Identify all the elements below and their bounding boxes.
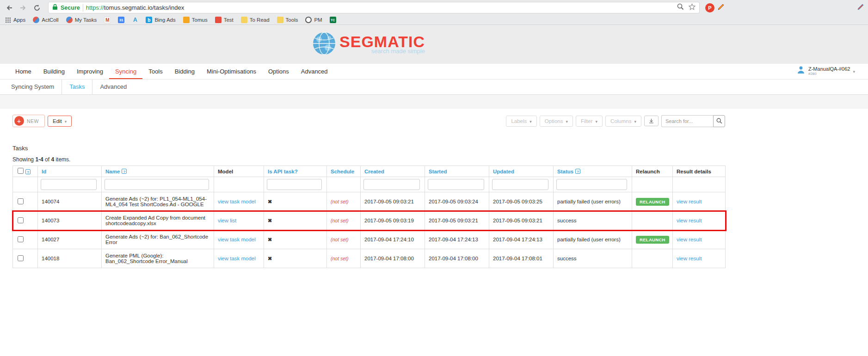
filter-updated-input[interactable] bbox=[492, 179, 548, 190]
user-avatar bbox=[796, 65, 806, 76]
tab-advanced[interactable]: Advanced bbox=[92, 80, 134, 94]
bookmark-gmail[interactable]: M bbox=[104, 17, 111, 23]
row-checkbox[interactable] bbox=[18, 255, 24, 261]
row-checkbox[interactable] bbox=[18, 217, 24, 223]
zoom-icon[interactable] bbox=[677, 3, 684, 12]
view-task-model-link[interactable]: view task model bbox=[218, 256, 256, 261]
new-button[interactable]: + NEW bbox=[12, 115, 45, 127]
bookmark-tools[interactable]: Tools bbox=[277, 17, 298, 23]
bookmark-label: ActColl bbox=[42, 17, 58, 23]
logo: SEGMATIC search made simple bbox=[12, 25, 725, 64]
view-result-link[interactable]: view result bbox=[677, 237, 702, 242]
a-icon: A bbox=[132, 17, 138, 23]
sort-started[interactable]: Started bbox=[429, 169, 447, 174]
filter-created-input[interactable] bbox=[363, 179, 420, 190]
filter-started-input[interactable] bbox=[428, 179, 484, 190]
sort-is-api-task[interactable]: Is API task? bbox=[268, 169, 298, 174]
page-url: https://tomus.segmatic.io/tasks/index bbox=[86, 4, 184, 11]
bookmark-tc[interactable]: TC bbox=[330, 17, 336, 23]
bookmark-actcoll[interactable]: ActColl bbox=[33, 17, 58, 23]
browser-menu-pen-icon[interactable] bbox=[857, 3, 864, 12]
extension-p-icon[interactable]: P bbox=[705, 3, 714, 12]
nav-item-advanced[interactable]: Advanced bbox=[295, 64, 334, 79]
nav-item-syncing[interactable]: Syncing bbox=[109, 64, 142, 79]
bookmark-apps[interactable]: Apps bbox=[5, 17, 25, 23]
cell-updated: 2017-09-04 17:08:01 bbox=[489, 249, 554, 268]
view-task-model-link[interactable]: view task model bbox=[218, 237, 256, 242]
bookmark-pm[interactable]: PM bbox=[305, 17, 322, 23]
help-icon[interactable] bbox=[122, 169, 127, 174]
row-checkbox[interactable] bbox=[18, 236, 24, 242]
extension-pen-icon[interactable] bbox=[717, 3, 725, 12]
edit-button[interactable]: Edit bbox=[48, 116, 72, 127]
bookmark-test[interactable]: Test bbox=[215, 17, 234, 23]
nav-item-tools[interactable]: Tools bbox=[142, 64, 168, 79]
filter-id-input[interactable] bbox=[41, 179, 97, 190]
help-icon[interactable] bbox=[25, 169, 31, 174]
relaunch-button[interactable]: RELAUNCH bbox=[636, 236, 669, 244]
bookmark-star-icon[interactable] bbox=[689, 3, 696, 12]
chevron-down-icon bbox=[634, 118, 636, 124]
spacer-band bbox=[0, 95, 868, 109]
bookmark-tomus[interactable]: Tomus bbox=[183, 17, 208, 23]
bookmark-to-read[interactable]: To Read bbox=[241, 17, 270, 23]
user-menu[interactable]: Z-ManualQA-#062 #280 bbox=[796, 65, 855, 76]
download-icon bbox=[648, 118, 654, 124]
download-button[interactable] bbox=[644, 116, 659, 126]
bookmark-calendar[interactable]: 31 bbox=[118, 17, 124, 23]
cell-is-api-task: ✖ bbox=[264, 249, 327, 268]
relaunch-button[interactable]: RELAUNCH bbox=[636, 198, 669, 206]
filter-name-input[interactable] bbox=[105, 179, 209, 190]
user-name: Z-ManualQA-#062 bbox=[808, 66, 850, 72]
grid-toolbar: + NEW Edit Labels Options Filte bbox=[12, 115, 725, 127]
nav-item-options[interactable]: Options bbox=[262, 64, 295, 79]
cell-started: 2017-09-04 17:08:00 bbox=[425, 249, 489, 268]
sort-status[interactable]: Status bbox=[557, 169, 573, 174]
sub-nav: Syncing System Tasks Advanced bbox=[0, 80, 868, 95]
search-button[interactable] bbox=[713, 115, 725, 127]
cell-name: Generate Ads (~2) for: Ban_062_Shortcode… bbox=[102, 230, 214, 249]
select-all-checkbox[interactable] bbox=[18, 168, 24, 174]
paw-icon bbox=[33, 17, 39, 23]
view-task-model-link[interactable]: view task model bbox=[218, 199, 256, 204]
nav-item-mini-optimisations[interactable]: Mini-Optimisations bbox=[201, 64, 262, 79]
reload-icon[interactable] bbox=[31, 2, 43, 13]
view-list-link[interactable]: view list bbox=[218, 218, 236, 223]
bookmark-bing-ads[interactable]: b Bing Ads bbox=[146, 17, 175, 23]
search-input[interactable] bbox=[661, 115, 713, 127]
help-icon[interactable] bbox=[575, 169, 580, 174]
nav-item-bidding[interactable]: Bidding bbox=[169, 64, 201, 79]
labels-button[interactable]: Labels bbox=[506, 116, 536, 127]
chevron-down-icon bbox=[566, 118, 568, 124]
logo-name: SEGMATIC bbox=[339, 35, 425, 49]
filter-button[interactable]: Filter bbox=[576, 116, 603, 127]
forward-icon[interactable] bbox=[18, 2, 29, 13]
columns-button[interactable]: Columns bbox=[605, 116, 641, 127]
view-result-link[interactable]: view result bbox=[677, 256, 702, 261]
sort-name[interactable]: Name bbox=[105, 169, 120, 174]
sort-id[interactable]: Id bbox=[42, 169, 46, 174]
row-checkbox[interactable] bbox=[18, 198, 24, 204]
user-subtitle: #280 bbox=[808, 72, 850, 76]
sort-updated[interactable]: Updated bbox=[493, 169, 514, 174]
nav-item-improving[interactable]: Improving bbox=[71, 64, 109, 79]
nav-item-home[interactable]: Home bbox=[9, 64, 37, 79]
logo-text: SEGMATIC search made simple bbox=[339, 35, 425, 55]
back-icon[interactable] bbox=[4, 2, 15, 13]
tasks-table: Id Name Model Is API task? Schedule Crea… bbox=[12, 166, 726, 268]
options-button[interactable]: Options bbox=[540, 116, 573, 127]
sort-schedule[interactable]: Schedule bbox=[331, 169, 354, 174]
watch-icon bbox=[305, 17, 312, 23]
filter-api-input[interactable] bbox=[267, 179, 322, 190]
bookmark-a[interactable]: A bbox=[132, 17, 138, 23]
view-result-link[interactable]: view result bbox=[677, 218, 702, 223]
bookmark-my-tasks[interactable]: My Tasks bbox=[66, 17, 97, 23]
nav-item-building[interactable]: Building bbox=[37, 64, 71, 79]
address-bar[interactable]: Secure https://tomus.segmatic.io/tasks/i… bbox=[48, 2, 700, 13]
view-result-link[interactable]: view result bbox=[677, 199, 702, 204]
tab-syncing-system[interactable]: Syncing System bbox=[4, 80, 62, 94]
sort-created[interactable]: Created bbox=[364, 169, 384, 174]
filter-status-input[interactable] bbox=[556, 179, 627, 190]
tab-tasks[interactable]: Tasks bbox=[62, 80, 92, 94]
table-row-highlighted: 140073 Create Expanded Ad Copy from docu… bbox=[13, 211, 726, 230]
